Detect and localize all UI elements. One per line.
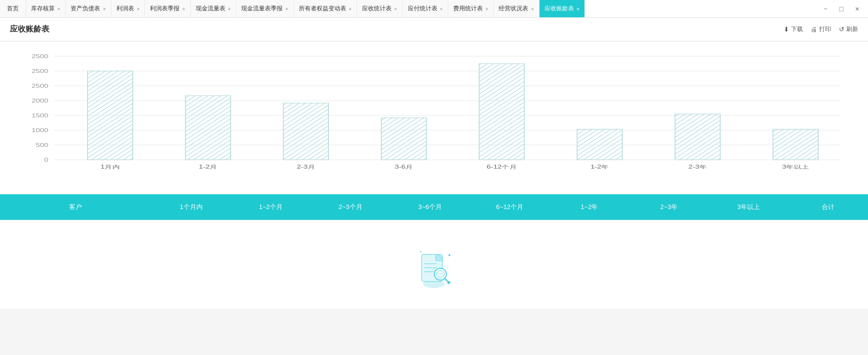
tab-ap-stat-label: 应付统计表 <box>408 4 437 13</box>
tab-operation[interactable]: 经营状况表 × <box>494 0 539 18</box>
tab-ar-stat-close[interactable]: × <box>394 6 397 12</box>
tab-inventory-label: 库存核算 <box>31 4 55 13</box>
chart-svg: 2500 2500 2500 2000 1500 1000 500 0 <box>20 51 848 179</box>
tab-profit-quarter-label: 利润表季报 <box>150 4 180 13</box>
svg-text:2500: 2500 <box>32 69 48 74</box>
svg-rect-27 <box>577 129 622 160</box>
tab-cashflow[interactable]: 现金流量表 × <box>191 0 236 18</box>
table-header: 客户 1个月内 1~2个月 2~3个月 3~6个月 6~12个月 1~2年 2~… <box>0 194 868 220</box>
chart-area: 2500 2500 2500 2000 1500 1000 500 0 <box>0 41 868 194</box>
tab-balance[interactable]: 资产负债表 × <box>66 0 111 18</box>
th-total: 合计 <box>789 203 868 212</box>
tab-ar-aging-label: 应收账龄表 <box>544 4 574 13</box>
tab-ap-stat-close[interactable]: × <box>440 6 443 12</box>
svg-text:✦: ✦ <box>447 252 451 258</box>
svg-rect-19 <box>185 96 231 160</box>
empty-illustration: ✦ ✦ <box>412 247 456 291</box>
svg-text:2500: 2500 <box>32 83 48 89</box>
window-actions: － □ × <box>819 2 868 16</box>
tab-inventory[interactable]: 库存核算 × <box>26 0 66 18</box>
tab-cashflow-quarter[interactable]: 现金流量表季报 × <box>236 0 293 18</box>
th-month1-2: 1~2个月 <box>231 203 310 212</box>
tab-ar-stat[interactable]: 应收统计表 × <box>357 0 402 18</box>
tab-balance-close[interactable]: × <box>103 6 106 12</box>
page-actions: ⬇ 下载 🖨 打印 ↺ 刷新 <box>784 25 858 34</box>
svg-text:1月内: 1月内 <box>101 164 120 170</box>
svg-text:1000: 1000 <box>32 128 48 134</box>
tab-cashflow-quarter-label: 现金流量表季报 <box>241 4 283 13</box>
svg-text:0: 0 <box>44 157 48 163</box>
print-action[interactable]: 🖨 打印 <box>811 25 831 34</box>
tab-balance-label: 资产负债表 <box>71 4 100 13</box>
svg-text:✦: ✦ <box>419 250 422 253</box>
th-month1: 1个月内 <box>151 203 231 212</box>
svg-rect-17 <box>87 71 133 160</box>
tab-ap-stat[interactable]: 应付统计表 × <box>403 0 448 18</box>
svg-point-39 <box>436 270 444 278</box>
page-title: 应收账龄表 <box>10 24 49 35</box>
refresh-icon: ↺ <box>839 26 844 33</box>
refresh-action[interactable]: ↺ 刷新 <box>839 25 858 34</box>
tab-profit[interactable]: 利润表 × <box>111 0 145 18</box>
close-button[interactable]: × <box>850 2 864 16</box>
th-year3plus: 3年以上 <box>709 203 788 212</box>
tab-ar-aging[interactable]: 应收账龄表 × <box>540 0 585 18</box>
tab-expense-stat-label: 费用统计表 <box>453 4 483 13</box>
empty-icon: ✦ ✦ <box>412 247 456 291</box>
svg-rect-31 <box>773 129 818 160</box>
tab-profit-close[interactable]: × <box>137 6 140 12</box>
tab-inventory-close[interactable]: × <box>57 6 60 12</box>
svg-text:2-3月: 2-3月 <box>297 164 315 170</box>
download-label: 下载 <box>791 25 803 34</box>
tab-expense-stat[interactable]: 费用统计表 × <box>448 0 494 18</box>
tab-cashflow-quarter-close[interactable]: × <box>285 6 288 12</box>
svg-rect-25 <box>479 64 525 160</box>
tab-home[interactable]: 首页 <box>0 0 26 18</box>
svg-text:1500: 1500 <box>32 113 48 119</box>
svg-rect-21 <box>284 103 329 160</box>
th-year2-3: 2~3年 <box>629 203 709 212</box>
svg-text:500: 500 <box>36 142 48 148</box>
tab-ar-stat-label: 应收统计表 <box>362 4 392 13</box>
th-month6-12: 6~12个月 <box>470 203 549 212</box>
th-customer: 客户 <box>0 203 151 212</box>
svg-point-41 <box>447 281 450 284</box>
tab-profit-quarter-close[interactable]: × <box>182 6 185 12</box>
tab-profit-label: 利润表 <box>116 4 134 13</box>
svg-text:2500: 2500 <box>32 54 48 60</box>
table-body: ✦ ✦ <box>0 220 868 309</box>
print-label: 打印 <box>819 25 831 34</box>
tab-equity[interactable]: 所有者权益变动表 × <box>294 0 357 18</box>
svg-text:3年以上: 3年以上 <box>782 164 809 170</box>
tab-operation-label: 经营状况表 <box>499 4 528 13</box>
svg-text:1-2月: 1-2月 <box>199 164 217 170</box>
tab-cashflow-close[interactable]: × <box>228 6 231 12</box>
download-icon: ⬇ <box>784 26 789 33</box>
maximize-button[interactable]: □ <box>834 2 848 16</box>
svg-text:1-2年: 1-2年 <box>590 164 609 170</box>
tab-bar: 首页 库存核算 × 资产负债表 × 利润表 × 利润表季报 × 现金流量表 × … <box>0 0 868 18</box>
download-action[interactable]: ⬇ 下载 <box>784 25 803 34</box>
page-header: 应收账龄表 ⬇ 下载 🖨 打印 ↺ 刷新 <box>0 18 868 41</box>
th-year1-2: 1~2年 <box>549 203 629 212</box>
main-content: 2500 2500 2500 2000 1500 1000 500 0 <box>0 41 868 309</box>
tab-expense-stat-close[interactable]: × <box>485 6 488 12</box>
minimize-button[interactable]: － <box>819 2 832 16</box>
svg-text:2-3年: 2-3年 <box>688 164 707 170</box>
svg-text:3-6月: 3-6月 <box>395 164 413 170</box>
th-month2-3: 2~3个月 <box>311 203 390 212</box>
svg-text:6-12个月: 6-12个月 <box>487 164 517 170</box>
tab-ar-aging-close[interactable]: × <box>577 6 579 12</box>
tab-profit-quarter[interactable]: 利润表季报 × <box>145 0 190 18</box>
print-icon: 🖨 <box>811 26 817 33</box>
svg-text:2000: 2000 <box>32 98 48 104</box>
tab-cashflow-label: 现金流量表 <box>196 4 225 13</box>
tab-equity-close[interactable]: × <box>349 6 352 12</box>
th-month3-6: 3~6个月 <box>390 203 470 212</box>
tab-home-label: 首页 <box>7 4 19 13</box>
tab-operation-close[interactable]: × <box>531 6 534 12</box>
svg-rect-23 <box>381 118 427 160</box>
refresh-label: 刷新 <box>846 25 858 34</box>
svg-rect-29 <box>675 114 721 160</box>
tab-equity-label: 所有者权益变动表 <box>299 4 346 13</box>
